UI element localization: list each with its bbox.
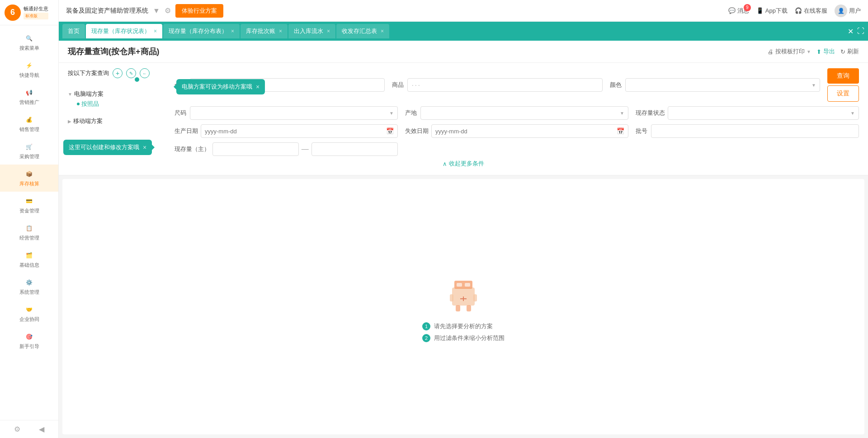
sidebar-icon-operation: 📋 (24, 223, 34, 233)
logo-icon: 6 (5, 5, 21, 21)
export-button[interactable]: ⬆ 导出 (816, 47, 835, 56)
tab-receive-summary-close[interactable]: × (381, 28, 384, 34)
print-button[interactable]: 🖨 按模板打印 ▼ (768, 47, 811, 56)
tab-home[interactable]: 首页 (62, 24, 85, 38)
sidebar-bottom: ⚙ ◀ (0, 420, 58, 438)
sidebar-icon-basic: 🗂️ (24, 250, 34, 260)
sidebar-icon-enterprise: 🤝 (24, 305, 34, 315)
tab-inout-flow[interactable]: 出入库流水 × (288, 24, 335, 38)
maximize-icon[interactable]: ⛶ (857, 27, 864, 35)
batch-input[interactable] (655, 125, 855, 137)
filter-area: 按以下方案查询 + ✎ ← 电脑方案可设为移动方案哦 × (59, 63, 868, 175)
color-select[interactable]: ▼ (625, 78, 820, 92)
back-scheme-button[interactable]: ← (140, 68, 150, 78)
sidebar-label-guide: 新手引导 (19, 343, 39, 350)
inv-qty-min-wrap[interactable] (212, 142, 299, 156)
exp-date-input[interactable] (435, 128, 617, 135)
tooltip-main-close[interactable]: × (256, 83, 259, 90)
sidebar-item-system[interactable]: ⚙️ 系统管理 (0, 273, 58, 300)
tab-batch-account[interactable]: 库存批次账 × (241, 24, 288, 38)
scheme-pc-child-0[interactable]: 按照品 (77, 99, 167, 109)
inv-qty-max-wrap[interactable] (311, 142, 398, 156)
print-label: 按模板打印 (775, 47, 805, 56)
svg-rect-8 (456, 305, 460, 311)
edit-scheme-button[interactable]: ✎ (126, 68, 136, 78)
collapse-row: ∧ 收起更多条件 (68, 156, 859, 170)
sidebar-item-purchase[interactable]: 🛒 采购管理 (0, 137, 58, 165)
size-select[interactable]: ▼ (190, 106, 398, 120)
system-name: 装备及固定资产辅助管理系统 (66, 7, 148, 15)
scheme-pc-children: 按照品 这里可以创建和修改方案哦 × (77, 99, 167, 109)
origin-chevron-icon: ▼ (620, 111, 624, 116)
add-scheme-button[interactable]: + (113, 68, 123, 78)
inv-status-select[interactable]: ▼ (668, 106, 859, 120)
sidebar-item-sales[interactable]: 💰 销售管理 (0, 110, 58, 137)
batch-input-wrap[interactable] (651, 124, 859, 138)
online-support-button[interactable]: 🎧 在线客服 (795, 7, 827, 15)
notification-button[interactable]: 💬 消息 9 (728, 7, 749, 15)
tooltip-sub-close[interactable]: × (143, 144, 146, 151)
gear-icon[interactable]: ⚙ (165, 6, 171, 15)
prod-date-input[interactable] (205, 128, 386, 135)
tab-inventory-status[interactable]: 现存量（库存状况表） × (86, 24, 162, 38)
tab-batch-account-close[interactable]: × (279, 28, 282, 34)
inv-status-label: 现存量状态 (636, 109, 665, 117)
scheme-pc-child-0-label: 按照品 (81, 100, 99, 108)
scheme-pc-parent[interactable]: ▼ 电脑端方案 (68, 89, 167, 99)
empty-illustration (441, 272, 486, 317)
tab-receive-summary[interactable]: 收发存汇总表 × (336, 24, 389, 38)
tab-receive-summary-label: 收发存汇总表 (342, 27, 377, 35)
sidebar-item-operation[interactable]: 📋 经营管理 (0, 219, 58, 246)
collapse-button[interactable]: ∧ 收起更多条件 (443, 160, 484, 168)
inv-qty-range: — (212, 142, 398, 156)
collapse-sidebar-icon[interactable]: ◀ (39, 425, 44, 433)
page-actions: 🖨 按模板打印 ▼ ⬆ 导出 ↻ 刷新 (768, 47, 859, 56)
exp-date-input-wrap[interactable]: 📅 (431, 124, 628, 138)
sidebar-item-guide[interactable]: 🎯 新手引导 (0, 327, 58, 354)
tab-inventory-status-close[interactable]: × (154, 28, 157, 34)
sidebar-item-search[interactable]: 🔍 搜索菜单 (0, 29, 58, 56)
tooltip-sub-text: 这里可以创建和修改方案哦 (69, 143, 139, 151)
tab-inout-flow-close[interactable]: × (327, 28, 330, 34)
close-all-tabs-icon[interactable]: ✕ (848, 27, 854, 36)
tab-inventory-dist-label: 现存量（库存分布表） (169, 27, 227, 35)
sidebar-label-system: 系统管理 (19, 289, 39, 296)
header-left: 装备及固定资产辅助管理系统 ▼ ⚙ 体验行业方案 (66, 4, 223, 18)
sidebar-item-quicknav[interactable]: ⚡ 快捷导航 (0, 56, 58, 83)
inv-qty-min-input[interactable] (217, 143, 295, 155)
product-label: 商品 (392, 81, 405, 89)
inv-qty-max-input[interactable] (316, 143, 394, 155)
sidebar: 6 畅通好生意 标准版 🔍 搜索菜单 ⚡ 快捷导航 📢 营销推广 💰 销售管理 … (0, 0, 59, 438)
refresh-button[interactable]: ↻ 刷新 (840, 47, 859, 56)
user-profile-button[interactable]: 👤 用户 (835, 5, 861, 17)
app-download-button[interactable]: 📱 App下载 (756, 7, 788, 15)
sidebar-item-enterprise[interactable]: 🤝 企业协同 (0, 300, 58, 327)
sidebar-item-inventory[interactable]: 📦 库存核算 (0, 165, 58, 192)
origin-select[interactable]: ▼ (420, 106, 628, 120)
sidebar-item-marketing[interactable]: 📢 营销推广 (0, 83, 58, 110)
page-header: 现存量查询(按仓库+商品) 🖨 按模板打印 ▼ ⬆ 导出 ↻ 刷新 (59, 41, 868, 63)
prod-date-input-wrap[interactable]: 📅 (201, 124, 398, 138)
sidebar-label-basic: 基础信息 (19, 262, 39, 268)
system-dropdown-icon[interactable]: ▼ (153, 7, 160, 15)
sidebar-icon-guide: 🎯 (24, 332, 34, 342)
svg-rect-7 (473, 294, 477, 301)
scheme-mobile-parent[interactable]: ▶ 移动端方案 (68, 116, 167, 126)
collapse-label: 收起更多条件 (449, 160, 484, 168)
settings-icon[interactable]: ⚙ (14, 425, 20, 433)
query-button[interactable]: 查询 (827, 68, 859, 84)
sidebar-item-finance[interactable]: 💳 资金管理 (0, 192, 58, 219)
sidebar-label-search: 搜索菜单 (19, 45, 39, 52)
logo-badge: 标准版 (24, 13, 48, 19)
avatar: 👤 (835, 5, 847, 17)
size-label: 尺码 (175, 109, 187, 117)
experience-button[interactable]: 体验行业方案 (175, 4, 223, 18)
product-input-wrap: ··· (407, 78, 602, 92)
set-button[interactable]: 设置 (827, 85, 859, 102)
tab-inventory-dist-close[interactable]: × (231, 28, 234, 34)
tab-inventory-status-label: 现存量（库存状况表） (91, 27, 150, 35)
tab-inventory-dist[interactable]: 现存量（库存分布表） × (163, 24, 240, 38)
sidebar-item-basic[interactable]: 🗂️ 基础信息 (0, 246, 58, 273)
app-download-label: App下载 (765, 7, 788, 15)
tab-batch-account-label: 库存批次账 (246, 27, 275, 35)
